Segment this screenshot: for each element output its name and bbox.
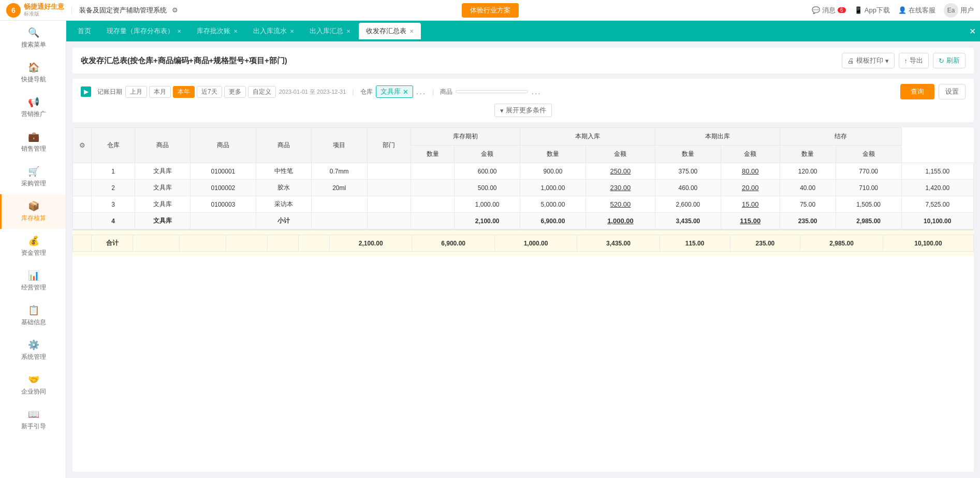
export-icon: ↑	[904, 57, 908, 65]
row-out-qty-1[interactable]: 20.00	[721, 180, 780, 196]
sidebar-item-basic[interactable]: 📋 基础信息	[0, 298, 66, 333]
row-goods-spec-2	[311, 196, 367, 213]
tab-in-out-summary[interactable]: 出入库汇总 ✕	[302, 23, 358, 39]
tab-receive-send-summary[interactable]: 收发存汇总表 ✕	[359, 23, 421, 39]
system-title: 装备及固定资产辅助管理系统	[79, 6, 167, 15]
expand-more-button[interactable]: ▾ 展开更多条件	[494, 104, 552, 117]
row-in-qty-2[interactable]: 520.00	[586, 196, 655, 213]
page-header: 收发存汇总表(按仓库+商品编码+商品+规格型号+项目+部门) 🖨 模板打印 ▾ …	[72, 48, 974, 74]
sidebar-item-quick-nav[interactable]: 🏠 快捷导航	[0, 55, 66, 90]
th-opening-amt: 金额	[455, 146, 520, 163]
footer-empty-4	[226, 235, 268, 252]
sidebar-item-marketing[interactable]: 📢 营销推广	[0, 90, 66, 125]
row-num-3: 4	[92, 213, 135, 229]
date-btn-this-year[interactable]: 本年	[173, 86, 195, 98]
settings-icon[interactable]: ⚙	[172, 6, 178, 14]
query-button[interactable]: 查询	[900, 84, 934, 99]
row-opening-amt-0: 900.00	[520, 163, 586, 180]
sidebar-item-cooperation[interactable]: 🤝 企业协同	[0, 368, 66, 402]
sidebar-item-search[interactable]: 🔍 搜索菜单	[0, 21, 66, 55]
tab-close-all[interactable]: ✕	[969, 26, 976, 36]
row-in-amt-3: 3,435.00	[655, 213, 721, 229]
main-layout: 🔍 搜索菜单 🏠 快捷导航 📢 营销推广 💼 销售管理 🛒 采购管理 📦	[0, 21, 980, 478]
user-item[interactable]: Ea 用户	[944, 3, 974, 18]
basic-icon: 📋	[28, 305, 39, 316]
goods-dots[interactable]: ...	[531, 87, 541, 96]
date-btn-custom[interactable]: 自定义	[248, 86, 276, 98]
tab-receive-send-close[interactable]: ✕	[409, 28, 414, 34]
export-button[interactable]: ↑ 导出	[899, 53, 929, 68]
page-content: 收发存汇总表(按仓库+商品编码+商品+规格型号+项目+部门) 🖨 模板打印 ▾ …	[66, 41, 980, 478]
tab-batch-ledger[interactable]: 库存批次账 ✕	[189, 23, 245, 39]
tab-inventory-dist-close[interactable]: ✕	[177, 28, 181, 34]
row-goods-code-0: 0100001	[191, 163, 256, 180]
row-in-qty-1[interactable]: 230.00	[586, 180, 655, 196]
online-service-item[interactable]: 👤 在线客服	[898, 6, 935, 15]
footer-opening-amt: 6,900.00	[412, 235, 494, 252]
tab-inventory-dist[interactable]: 现存量（库存分布表） ✕	[99, 23, 188, 39]
row-goods-name-1: 胶水	[256, 180, 311, 196]
print-button[interactable]: 🖨 模板打印 ▾	[842, 53, 895, 68]
tab-batch-ledger-close[interactable]: ✕	[233, 28, 238, 34]
date-btn-this-month[interactable]: 本月	[149, 86, 171, 98]
row-goods-code-2: 0100003	[191, 196, 256, 213]
tab-bar: 首页 现存量（库存分布表） ✕ 库存批次账 ✕ 出入库流水 ✕ 出入库汇总 ✕	[66, 21, 980, 41]
date-btn-last-month[interactable]: 上月	[125, 86, 147, 98]
tab-in-out-flow-close[interactable]: ✕	[290, 28, 294, 34]
th-goods-name: 商品	[191, 128, 256, 163]
expand-icon[interactable]: ▶	[81, 86, 91, 97]
goods-input-area[interactable]	[456, 90, 528, 93]
row-closing-amt-1: 1,420.00	[901, 180, 973, 196]
settings-button[interactable]: 设置	[939, 84, 966, 99]
trial-button[interactable]: 体验行业方案	[462, 3, 519, 18]
row-out-qty-3[interactable]: 115.00	[721, 213, 780, 229]
sidebar-item-purchase[interactable]: 🛒 采购管理	[0, 160, 66, 194]
tab-in-out-summary-close[interactable]: ✕	[346, 28, 350, 34]
sidebar-item-system[interactable]: ⚙️ 系统管理	[0, 333, 66, 368]
date-filter-label: 记账日期	[97, 88, 122, 96]
row-out-qty-2[interactable]: 15.00	[721, 196, 780, 213]
printer-icon: 🖨	[847, 57, 854, 65]
footer-empty-5	[268, 235, 299, 252]
warehouse-tag-close[interactable]: ✕	[403, 88, 408, 96]
tab-home[interactable]: 首页	[70, 23, 98, 39]
sidebar-item-inventory[interactable]: 📦 库存核算	[0, 194, 66, 229]
row-department-2	[411, 196, 454, 213]
footer-label: 合计	[92, 235, 133, 252]
goods-filter-label: 商品	[440, 88, 452, 96]
messages-item[interactable]: 💬 消息 6	[812, 6, 846, 15]
tab-in-out-flow[interactable]: 出入库流水 ✕	[246, 23, 301, 39]
gear-icon[interactable]: ⚙	[78, 141, 86, 149]
sales-icon: 💼	[28, 131, 39, 142]
data-table: ⚙ 仓库 商品 商品 商品 项目 部门 库存期初 本期入库 本期出库	[72, 127, 974, 229]
date-btn-more[interactable]: 更多	[224, 86, 246, 98]
row-goods-code-3	[191, 213, 256, 229]
date-btn-7days[interactable]: 近7天	[197, 86, 222, 98]
app-wrapper: 6 畅捷通好生意 标准版 装备及固定资产辅助管理系统 ⚙ 体验行业方案 💬 消息…	[0, 0, 980, 478]
sidebar-item-guide[interactable]: 📖 新手引导	[0, 402, 66, 437]
row-in-qty-0[interactable]: 250.00	[586, 163, 655, 180]
sidebar-item-operations[interactable]: 📊 经营管理	[0, 264, 66, 298]
footer-closing-qty: 2,985.00	[800, 235, 883, 252]
row-num-2: 3	[92, 196, 135, 213]
sidebar-item-sales[interactable]: 💼 销售管理	[0, 125, 66, 160]
filter-divider-2: |	[432, 88, 434, 96]
sidebar-label-inventory: 库存核算	[21, 214, 46, 223]
app-download-item[interactable]: 📱 App下载	[854, 6, 890, 15]
row-in-qty-3[interactable]: 1,000.00	[586, 213, 655, 229]
warehouse-dots[interactable]: ...	[416, 87, 426, 96]
sidebar-item-finance[interactable]: 💰 资金管理	[0, 229, 66, 264]
sidebar-label-cooperation: 企业协同	[21, 387, 46, 396]
row-out-qty-0[interactable]: 80.00	[721, 163, 780, 180]
home-icon: 🏠	[28, 62, 39, 73]
guide-icon: 📖	[28, 409, 39, 420]
th-out-qty: 数量	[655, 146, 721, 163]
query-actions: 查询 设置	[900, 84, 966, 99]
row-warehouse-1: 文具库	[135, 180, 191, 196]
logo-sub: 标准版	[24, 10, 64, 18]
footer-empty-2	[133, 235, 180, 252]
page-title: 收发存汇总表(按仓库+商品编码+商品+规格型号+项目+部门)	[81, 56, 287, 66]
refresh-button[interactable]: ↻ 刷新	[933, 53, 966, 68]
row-goods-spec-1: 20ml	[311, 180, 367, 196]
row-goods-spec-3	[311, 213, 367, 229]
